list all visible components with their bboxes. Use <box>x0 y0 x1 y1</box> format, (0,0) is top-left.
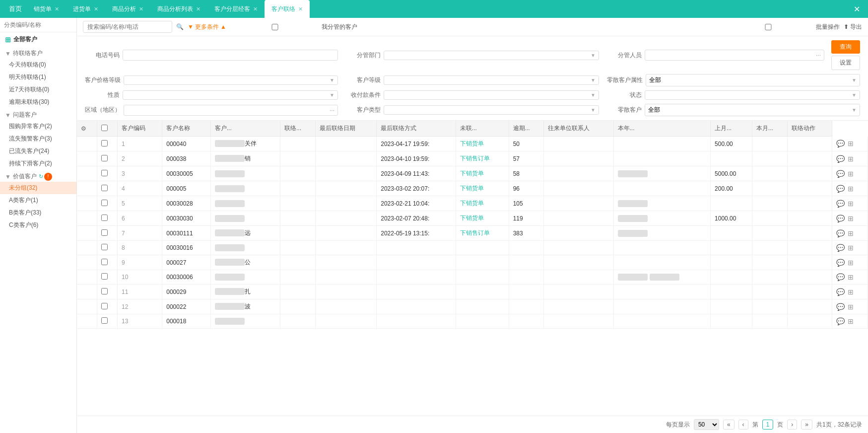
row-checkbox[interactable] <box>101 259 108 265</box>
row-checkbox-cell[interactable] <box>97 196 118 211</box>
row-checkbox[interactable] <box>101 140 108 146</box>
close-icon[interactable]: ✕ <box>94 6 98 12</box>
retail-customer-select[interactable]: 全部 ▼ <box>645 104 860 116</box>
contact-action-icon[interactable]: 💬 <box>836 140 845 147</box>
row-actions[interactable]: 💬 ⊞ <box>832 196 868 211</box>
sidebar-item-today-contact[interactable]: 今天待联络(0) <box>0 59 76 71</box>
nav-home[interactable]: 首页 <box>4 4 27 13</box>
contact-action-icon[interactable]: 💬 <box>836 155 845 163</box>
row-checkbox[interactable] <box>101 229 108 236</box>
row-checkbox-cell[interactable] <box>97 137 118 151</box>
row-last-method[interactable]: 下销货单 <box>456 196 509 211</box>
sidebar-item-class-b[interactable]: B类客户(33) <box>0 207 76 219</box>
more-action-icon[interactable]: ⊞ <box>848 259 854 267</box>
search-input[interactable] <box>83 21 172 33</box>
batch-operation-button[interactable]: 批量操作 <box>724 23 840 31</box>
row-actions[interactable]: 💬 ⊞ <box>832 137 868 151</box>
row-last-method[interactable]: 下销货单 <box>456 211 509 226</box>
more-action-icon[interactable]: ⊞ <box>848 200 854 208</box>
row-checkbox-cell[interactable] <box>97 285 118 299</box>
more-action-icon[interactable]: ⊞ <box>848 303 854 311</box>
last-method-link[interactable]: 下销售订单 <box>460 155 490 162</box>
last-method-link[interactable]: 下销货单 <box>460 200 484 207</box>
close-icon[interactable]: ✕ <box>196 6 200 12</box>
region-select[interactable]: ··· <box>124 105 338 116</box>
row-actions[interactable]: 💬 ⊞ <box>832 211 868 226</box>
staff-select[interactable]: ··· <box>645 50 824 61</box>
row-last-method[interactable] <box>456 241 509 255</box>
more-action-icon[interactable]: ⊞ <box>848 215 854 222</box>
contact-action-icon[interactable]: 💬 <box>836 288 845 296</box>
all-customers-title[interactable]: ⊞ 全部客户 <box>0 32 76 47</box>
last-method-link[interactable]: 下销货单 <box>460 215 484 221</box>
last-method-link[interactable]: 下销售订单 <box>460 229 490 236</box>
close-icon[interactable]: ✕ <box>253 6 258 12</box>
batch-checkbox[interactable] <box>724 24 813 30</box>
row-actions[interactable]: 💬 ⊞ <box>832 270 868 285</box>
row-last-method[interactable]: 下销货单 <box>456 137 509 151</box>
close-icon[interactable]: ✕ <box>55 6 59 12</box>
row-actions[interactable]: 💬 ⊞ <box>832 226 868 241</box>
sidebar-item-declining[interactable]: 持续下滑客户(2) <box>0 157 76 170</box>
contact-action-icon[interactable]: 💬 <box>836 200 845 208</box>
search-button[interactable]: 🔍 <box>176 23 184 30</box>
contact-action-icon[interactable]: 💬 <box>836 259 845 267</box>
contact-action-icon[interactable]: 💬 <box>836 215 845 222</box>
retail-attr-select[interactable]: 全部 ▼ <box>646 74 860 86</box>
my-customers-filter[interactable]: 我分管的客户 <box>230 23 357 31</box>
contact-action-icon[interactable]: 💬 <box>836 244 845 252</box>
value-customers-title[interactable]: ▼ 价值客户 ↻ ! <box>0 170 76 182</box>
contact-action-icon[interactable]: 💬 <box>836 229 845 237</box>
contact-action-icon[interactable]: 💬 <box>836 170 845 178</box>
current-page-display[interactable]: 1 <box>762 420 774 430</box>
row-checkbox-cell[interactable] <box>97 299 118 314</box>
close-icon[interactable]: ✕ <box>139 6 143 12</box>
row-last-method[interactable] <box>456 270 509 285</box>
row-actions[interactable]: 💬 ⊞ <box>832 166 868 181</box>
sidebar-item-abnormal[interactable]: 囤购异常客户(2) <box>0 120 76 133</box>
last-method-link[interactable]: 下销货单 <box>460 185 484 192</box>
row-checkbox-cell[interactable] <box>97 211 118 226</box>
nav-tab-purchase[interactable]: 进货单 ✕ <box>66 0 105 18</box>
sidebar-item-class-a[interactable]: A类客户(1) <box>0 194 76 207</box>
more-action-icon[interactable]: ⊞ <box>848 185 854 193</box>
row-checkbox[interactable] <box>101 273 108 280</box>
row-checkbox-cell[interactable] <box>97 255 118 270</box>
row-checkbox[interactable] <box>101 155 108 161</box>
nav-tab-customer-segment[interactable]: 客户分层经客 ✕ <box>207 0 265 18</box>
checkbox-column-header[interactable] <box>97 121 118 137</box>
customer-type-select[interactable]: ▼ <box>384 105 599 115</box>
more-action-icon[interactable]: ⊞ <box>848 317 854 325</box>
row-last-method[interactable] <box>456 314 509 329</box>
more-action-icon[interactable]: ⊞ <box>848 244 854 252</box>
sidebar-item-churned[interactable]: 已流失客户(24) <box>0 145 76 157</box>
row-checkbox-cell[interactable] <box>97 241 118 255</box>
row-last-method[interactable] <box>456 299 509 314</box>
row-actions[interactable]: 💬 ⊞ <box>832 285 868 299</box>
row-checkbox-cell[interactable] <box>97 270 118 285</box>
row-actions[interactable]: 💬 ⊞ <box>832 299 868 314</box>
phone-input[interactable] <box>123 50 338 61</box>
staff-dots[interactable]: ··· <box>816 52 821 59</box>
nav-tab-sales[interactable]: 销货单 ✕ <box>27 0 66 18</box>
more-action-icon[interactable]: ⊞ <box>848 155 854 163</box>
more-action-icon[interactable]: ⊞ <box>848 229 854 237</box>
sidebar-item-week-contact[interactable]: 近7天待联络(0) <box>0 83 76 96</box>
more-action-icon[interactable]: ⊞ <box>848 170 854 178</box>
row-actions[interactable]: 💬 ⊞ <box>832 255 868 270</box>
row-checkbox-cell[interactable] <box>97 166 118 181</box>
more-conditions-button[interactable]: ▼ 更多条件 ▲ <box>188 23 226 31</box>
sidebar-item-overdue-contact[interactable]: 逾期未联络(30) <box>0 96 76 108</box>
row-checkbox-cell[interactable] <box>97 181 118 196</box>
contact-action-icon[interactable]: 💬 <box>836 273 845 281</box>
region-dots[interactable]: ··· <box>330 107 334 114</box>
row-checkbox[interactable] <box>101 215 108 221</box>
per-page-select[interactable]: 50 100 200 <box>694 419 719 430</box>
row-actions[interactable]: 💬 ⊞ <box>832 241 868 255</box>
more-action-icon[interactable]: ⊞ <box>848 288 854 296</box>
row-actions[interactable]: 💬 ⊞ <box>832 314 868 329</box>
last-method-link[interactable]: 下销货单 <box>460 170 484 177</box>
nav-tab-analysis[interactable]: 商品分析 ✕ <box>105 0 150 18</box>
last-method-link[interactable]: 下销货单 <box>460 140 484 147</box>
sidebar-item-churn-warning[interactable]: 流失预警客户(3) <box>0 133 76 145</box>
